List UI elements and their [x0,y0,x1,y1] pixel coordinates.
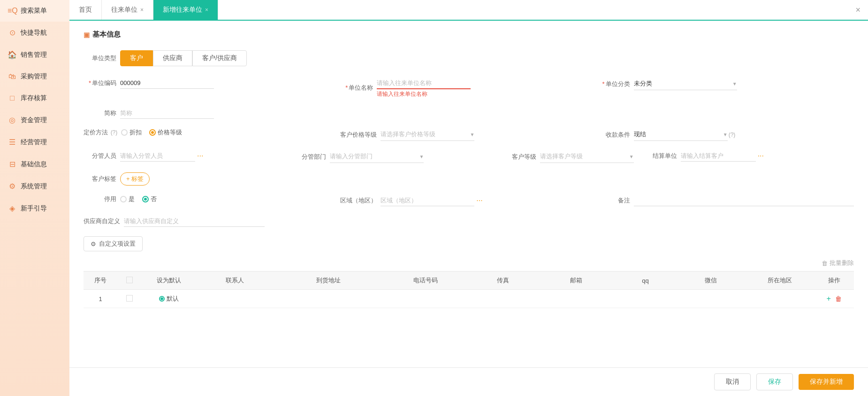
sidebar-item-sales[interactable]: 🏠 销售管理 [0,44,69,66]
pricing-discount[interactable]: 折扣 [121,128,142,137]
col-phone: 电话号码 [383,272,468,290]
unit-category-select[interactable]: 未分类 ▼ [634,78,737,90]
tab-new-contact-label: 新增往来单位 [163,6,202,14]
sidebar-item-finance[interactable]: ◎ 资金管理 [0,109,69,131]
cancel-button[interactable]: 取消 [714,373,751,390]
type-btn-both[interactable]: 客户/供应商 [192,50,247,66]
custom-settings-button[interactable]: ⚙ 自定义项设置 [84,236,143,251]
tag-label: 客户标签 [84,175,116,183]
col-checkbox [117,272,141,290]
type-btn-customer[interactable]: 客户 [120,50,153,66]
row-region[interactable] [745,290,815,308]
pricing-help-icon[interactable]: (?) [111,129,118,136]
manager-dots[interactable]: ··· [195,152,205,160]
batch-delete-label[interactable]: 批量删除 [830,259,854,267]
region-label: 区域（地区） [340,196,377,205]
basic-info-row: *单位编码 *单位名称 请输入往来单位名称 *单位分类 [84,78,854,98]
basic-info-icon: ⊟ [8,160,17,169]
phone-input[interactable] [404,295,447,303]
inventory-icon: □ [8,94,17,102]
row-address[interactable] [274,290,383,308]
tab-contacts[interactable]: 往来单位 × [102,0,153,20]
select-all-checkbox[interactable] [126,277,133,283]
row-qq[interactable] [615,290,676,308]
tab-new-contact[interactable]: 新增往来单位 × [153,0,218,20]
qq-input[interactable] [632,295,660,303]
tab-home[interactable]: 首页 [69,0,102,20]
customer-price-select[interactable]: 请选择客户价格等级 ▼ [381,128,474,141]
row-delete-button[interactable]: 🗑 [835,295,842,303]
unit-name-input[interactable] [377,78,471,89]
row-checkbox-item[interactable] [126,295,133,302]
disabled-yes[interactable]: 是 [120,195,135,203]
sidebar-item-basic-info[interactable]: ⊟ 基础信息 [0,153,69,175]
pricing-level[interactable]: 价格等级 [149,128,182,137]
disabled-radio-group: 是 否 [120,195,157,203]
window-close-button[interactable]: × [848,0,868,20]
row-default: 默认 [142,290,197,308]
add-tag-button[interactable]: + 标签 [120,172,150,186]
customer-price-label: 客户价格等级 [340,131,377,139]
row-email[interactable] [538,290,615,308]
dept-select[interactable]: 请输入分管部门 ▼ [330,150,424,163]
type-btn-supplier[interactable]: 供应商 [153,50,192,66]
sidebar-item-inventory[interactable]: □ 库存核算 [0,87,69,109]
tab-contacts-close[interactable]: × [140,7,144,13]
customer-price-placeholder: 请选择客户价格等级 [381,130,470,139]
new-guide-icon: ◈ [8,204,17,213]
note-input[interactable] [634,195,854,206]
gear-icon: ⚙ [91,241,96,248]
customer-level-label: 客户等级 [503,153,536,161]
sidebar-item-new-guide[interactable]: ◈ 新手引导 [0,197,69,219]
note-field: 备注 [597,195,854,206]
unit-code-input[interactable] [120,78,214,89]
customer-level-select[interactable]: 请选择客户等级 ▼ [540,150,634,163]
settle-unit-field: 结算单位 ··· [644,150,854,162]
unit-name-field: *单位名称 请输入往来单位名称 [340,78,597,98]
settle-unit-dots[interactable]: ··· [756,152,766,160]
payment-help-icon[interactable]: (?) [729,132,736,138]
sidebar-item-quick-nav[interactable]: ⊙ 快捷导航 [0,22,69,44]
fax-input[interactable] [487,295,519,303]
save-button[interactable]: 保存 [756,373,793,390]
sidebar-item-new-guide-label: 新手引导 [21,204,47,213]
tab-new-contact-close[interactable]: × [205,7,208,13]
unit-category-field: *单位分类 未分类 ▼ [597,78,854,90]
supplier-custom-input[interactable] [124,216,265,227]
row-phone[interactable] [383,290,468,308]
sidebar-item-finance-label: 资金管理 [21,116,47,124]
manager-input[interactable] [120,150,195,162]
wechat-input[interactable] [694,295,727,303]
row-add-button[interactable]: + [826,295,830,303]
save-new-button[interactable]: 保存并新增 [799,374,854,390]
settle-unit-label: 结算单位 [644,152,677,160]
payment-label: 收款条件 [597,131,630,139]
payment-select[interactable]: 现结 ▼ [634,128,728,141]
disabled-no[interactable]: 否 [142,195,157,203]
row-wechat[interactable] [676,290,746,308]
note-label: 备注 [597,196,630,205]
tag-row: 客户标签 + 标签 [84,172,854,186]
dept-label: 分管部门 [293,153,326,161]
email-input[interactable] [557,295,595,303]
settle-unit-input[interactable] [681,150,756,162]
default-radio[interactable] [159,296,165,302]
sidebar-item-search[interactable]: ≡Q 搜索菜单 [0,0,69,22]
region-dots[interactable]: ··· [474,196,484,205]
region-input[interactable] [381,195,474,206]
sidebar-item-purchase[interactable]: 🛍 采购管理 [0,66,69,87]
sidebar-item-operations[interactable]: ☰ 经营管理 [0,131,69,153]
row-contact[interactable] [196,290,274,308]
row-fax[interactable] [468,290,538,308]
sidebar-item-system[interactable]: ⚙ 系统管理 [0,175,69,197]
unit-category-arrow: ▼ [732,81,737,86]
unit-type-row: 单位类型 客户 供应商 客户/供应商 [84,50,854,66]
address-input[interactable] [300,295,357,303]
short-name-row: 简称 [84,108,854,119]
contact-input[interactable] [216,295,254,303]
short-name-input[interactable] [120,108,214,119]
sidebar-item-operations-label: 经营管理 [21,138,47,147]
sidebar-item-purchase-label: 采购管理 [21,72,47,81]
region-input-cell[interactable] [763,295,796,303]
supplier-custom-row: 供应商自定义 [84,216,854,227]
